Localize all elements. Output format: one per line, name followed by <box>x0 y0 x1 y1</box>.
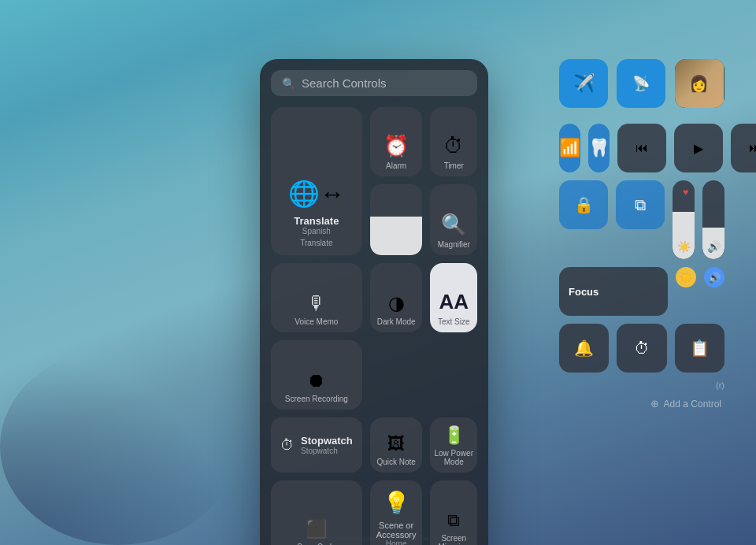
search-bar[interactable]: 🔍 Search Controls <box>271 70 477 96</box>
translate-name: Translate <box>294 215 339 227</box>
airplane-icon: ✈️ <box>573 73 595 94</box>
screen-record-tile[interactable]: ⏺ Screen Recording <box>271 340 362 410</box>
brightness-tile[interactable] <box>370 184 423 255</box>
background-blob <box>0 348 236 545</box>
focus-label: Focus <box>569 286 598 298</box>
play-button[interactable]: ▶ <box>674 124 723 172</box>
wifi-tile[interactable]: 📶 <box>559 124 580 172</box>
brightness-icon: ☀️ <box>677 240 691 253</box>
airplane-mode-tile[interactable]: ✈️ <box>559 59 608 108</box>
scan-code-icon: ⬛ <box>306 519 327 539</box>
right-control-panel: ✈️ 📡 👩 Deeper Well Kacey Musgrave 📶 🦷 ⏮ <box>559 59 724 410</box>
stopwatch-tile[interactable]: ⏱ Stopwatch Stopwatch <box>271 417 362 473</box>
stopwatch-label: Stopwatch <box>301 447 353 455</box>
translate-language: Spanish <box>302 227 331 235</box>
mirror-tile[interactable]: ⧉ <box>616 180 665 229</box>
dark-mode-tile[interactable]: ◑ Dark Mode <box>370 263 423 332</box>
bottom-tiles-row: 🔔 ⏱ 📋 <box>559 324 724 373</box>
playback-controls: ⏮ ▶ ⏭ <box>617 124 756 172</box>
voice-memo-label: Voice Memo <box>295 317 338 326</box>
search-input[interactable]: Search Controls <box>302 76 387 90</box>
translate-label: Translate <box>300 239 332 247</box>
next-button[interactable]: ⏭ <box>731 124 756 172</box>
timer-label: Timer <box>444 161 464 170</box>
alarm-label: Alarm <box>386 161 406 170</box>
prev-icon: ⏮ <box>636 141 648 155</box>
home-tile[interactable]: 💡 Scene or Accessory Home <box>370 480 423 545</box>
add-control-label[interactable]: Add a Control <box>664 399 721 410</box>
add-control-circle: ⊕ <box>650 398 659 410</box>
search-icon: 🔍 <box>282 77 295 90</box>
next-icon: ⏭ <box>749 141 756 155</box>
notes-icon: 📋 <box>690 339 710 358</box>
screen-mirror-icon: ⧉ <box>447 510 460 531</box>
wifi-signal-icon: (r) <box>716 380 724 390</box>
volume-slider-tile[interactable]: 🔊 ♪ <box>702 180 724 259</box>
dark-mode-label: Dark Mode <box>377 317 416 326</box>
wifi-icon: 📶 <box>559 138 580 158</box>
cellular-icon: 📡 <box>632 75 650 92</box>
stopwatch-icon: ⏱ <box>280 437 295 454</box>
timer-icon-right: ⏱ <box>634 339 650 358</box>
translate-icon: 🌐↔️ <box>288 179 345 209</box>
screen-notes-tile[interactable]: 📋 <box>675 324 724 373</box>
quick-note-label: Quick Note <box>376 458 415 466</box>
low-power-tile[interactable]: 🔋 Low Power Mode <box>430 417 477 473</box>
magnifier-tile[interactable]: 🔍 Magnifier <box>430 184 477 255</box>
add-control-row[interactable]: ⊕ Add a Control <box>559 398 724 410</box>
alarm-tile[interactable]: ⏰ Alarm <box>370 107 423 176</box>
low-power-label: Low Power Mode <box>430 449 477 466</box>
top-tiles-row: ✈️ 📡 👩 Deeper Well Kacey Musgrave <box>559 59 724 108</box>
home-icon: 💡 <box>383 490 410 516</box>
speaker-icon: 🔊 <box>708 272 721 284</box>
screen-mirror-label: Screen Mirroring <box>430 534 477 545</box>
lock-icon: 🔒 <box>574 195 594 214</box>
timer-tile-right[interactable]: ⏱ <box>617 324 666 373</box>
prev-button[interactable]: ⏮ <box>617 124 666 172</box>
translate-tile[interactable]: 🌐↔️ Translate Spanish Translate <box>271 107 362 255</box>
low-power-icon: 🔋 <box>443 425 465 446</box>
text-size-label: Text Size <box>438 317 470 326</box>
bluetooth-tile[interactable]: 🦷 <box>588 124 610 172</box>
alarm-icon: ⏰ <box>384 134 409 158</box>
text-size-tile[interactable]: AA Text Size <box>430 263 477 332</box>
stopwatch-name: Stopwatch <box>301 435 353 447</box>
voice-memo-icon: 🎙 <box>307 292 326 314</box>
timer-tile[interactable]: ⏱ Timer <box>430 107 477 176</box>
timer-icon: ⏱ <box>443 134 464 158</box>
controls-grid: 🌐↔️ Translate Spanish Translate ⏰ Alarm … <box>271 107 477 545</box>
brightness-slider-tile[interactable]: ☀️ ♥ <box>673 180 695 259</box>
speaker-focus-button[interactable]: 🔊 <box>704 267 724 287</box>
home-label: Home <box>386 539 407 545</box>
voice-memo-tile[interactable]: 🎙 Voice Memo <box>271 263 362 332</box>
music-note-icon: ♪ <box>713 242 718 253</box>
sun-focus-button[interactable]: ☀️ <box>676 267 696 287</box>
alerts-tile[interactable]: 🔔 <box>559 324 609 373</box>
album-art: 👩 <box>675 59 724 108</box>
magnifier-icon: 🔍 <box>441 213 466 237</box>
cellular-tile[interactable]: 📡 <box>617 59 665 108</box>
screen-record-label: Screen Recording <box>285 395 348 403</box>
bluetooth-icon: 🦷 <box>588 138 610 158</box>
text-size-icon: AA <box>439 290 469 314</box>
screen-record-icon: ⏺ <box>307 369 326 391</box>
wifi-signal-row: (r) <box>559 380 724 390</box>
sun-icon: ☀️ <box>680 272 692 284</box>
now-playing-tile[interactable]: 👩 Deeper Well Kacey Musgrave <box>675 59 724 108</box>
scan-code-tile[interactable]: ⬛ Scan Code <box>271 480 362 545</box>
home-scene-label: Scene or Accessory <box>376 521 417 539</box>
second-row: 📶 🦷 ⏮ ▶ ⏭ <box>559 124 724 172</box>
quick-note-icon: 🖼 <box>387 434 405 454</box>
slider-row: 🔒 ⧉ ☀️ ♥ 🔊 ♪ <box>559 180 724 259</box>
brightness-fill <box>370 217 423 256</box>
heart-icon: ♥ <box>683 187 688 198</box>
screen-mirror-tile[interactable]: ⧉ Screen Mirroring <box>430 480 477 545</box>
focus-row: Focus ☀️ 🔊 <box>559 267 724 316</box>
magnifier-label: Magnifier <box>438 240 470 249</box>
play-icon: ▶ <box>694 141 703 156</box>
screen-lock-tile[interactable]: 🔒 <box>559 180 608 229</box>
control-center-panel: 🔍 Search Controls 🌐↔️ Translate Spanish … <box>260 59 488 545</box>
quick-note-tile[interactable]: 🖼 Quick Note <box>370 417 423 473</box>
bell-icon: 🔔 <box>574 339 594 358</box>
focus-tile[interactable]: Focus <box>559 267 668 316</box>
